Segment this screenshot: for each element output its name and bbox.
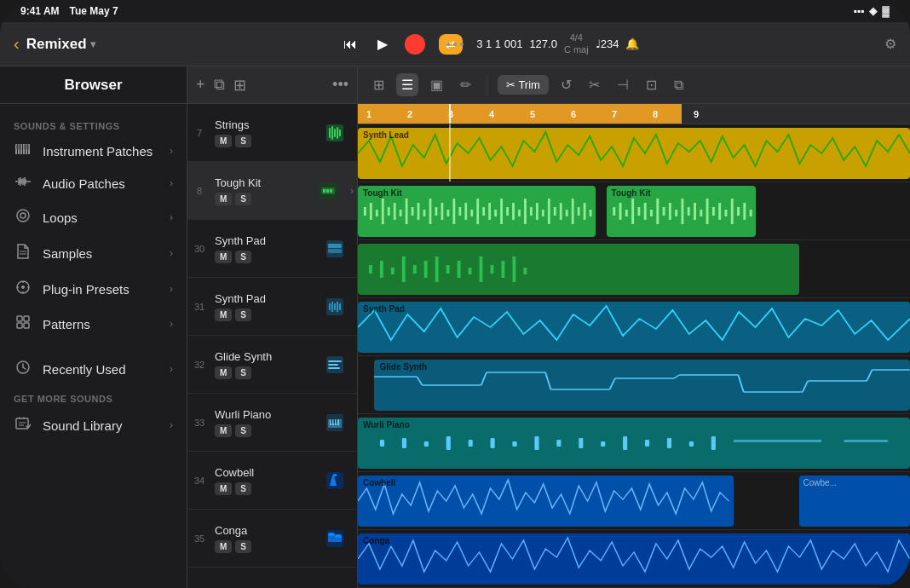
svg-rect-188 (689, 441, 694, 447)
sidebar-item-recently-used[interactable]: Recently Used › (0, 351, 187, 387)
sidebar-item-audio-patches[interactable]: Audio Patches › (0, 167, 187, 199)
mute-button[interactable]: M (215, 135, 232, 147)
sidebar-item-patterns[interactable]: Patterns › (0, 307, 187, 341)
track-row[interactable]: 34 Cowbell M S (187, 452, 357, 510)
rewind-button[interactable]: ⏮ (340, 33, 360, 55)
solo-button[interactable]: S (235, 540, 251, 553)
sidebar-item-samples[interactable]: Samples › (0, 235, 187, 271)
solo-button[interactable]: S (235, 424, 251, 437)
group-button[interactable]: ⊡ (641, 73, 662, 96)
svg-rect-190 (734, 440, 822, 442)
track-row[interactable]: 33 Wurli Piano M S (187, 394, 357, 452)
svg-rect-118 (590, 210, 592, 216)
trim-button[interactable]: ✂ Trim (498, 75, 549, 95)
solo-button[interactable]: S (235, 193, 251, 205)
track-icon (320, 523, 350, 554)
mute-button[interactable]: M (215, 482, 232, 495)
status-bar: 9:41 AM Tue May 7 ▪▪▪ ◈ ▓ (0, 0, 910, 22)
svg-line-172 (803, 381, 808, 392)
svg-rect-43 (334, 129, 336, 137)
mute-button[interactable]: M (215, 540, 232, 553)
audio-patches-chevron: › (170, 177, 173, 189)
more-options-button[interactable]: ••• (331, 74, 350, 95)
loops-label: Loops (43, 210, 159, 225)
sidebar-item-instrument-patches[interactable]: Instrument Patches › (0, 135, 187, 167)
bpm-display: 127.0 (529, 37, 557, 50)
mute-button[interactable]: M (215, 366, 232, 379)
svg-rect-181 (534, 436, 539, 450)
ruler-mark-4: 4 (489, 109, 494, 119)
edit-button[interactable]: ✏ (455, 73, 476, 96)
get-more-sounds-label: GET MORE SOUNDS (0, 387, 187, 407)
play-button[interactable]: ▶ (374, 32, 391, 55)
track-row[interactable]: 35 Conga M S (187, 510, 357, 568)
track-row[interactable]: 8 Tough Kit M S (187, 162, 357, 220)
clip-synth-pad-31[interactable]: Synth Pad (358, 302, 910, 353)
timeline-track-glide-synth[interactable]: Glide Synth (358, 356, 910, 414)
svg-rect-127 (662, 207, 665, 216)
svg-rect-71 (334, 419, 336, 424)
track-row[interactable]: 32 Glide Synth M S (187, 336, 357, 394)
mute-button[interactable]: M (215, 193, 232, 205)
add-region-button[interactable]: ⊞ (232, 74, 248, 96)
track-row[interactable]: 31 Synth Pad M S (187, 278, 357, 336)
add-track-button[interactable]: + (194, 74, 207, 95)
track-info: Cowbell M S (211, 466, 320, 495)
clip-cowbell-1[interactable]: Cowbell (358, 476, 734, 527)
clip-glide-synth[interactable]: Glide Synth (374, 360, 910, 411)
split-region-button[interactable]: ⊣ (612, 73, 634, 96)
trim-label: ✂ Trim (506, 78, 540, 91)
clip-synth-pad-30[interactable] (358, 244, 799, 295)
svg-rect-179 (491, 438, 495, 448)
solo-button[interactable]: S (235, 251, 251, 263)
sidebar-item-plugin-presets[interactable]: Plug-in Presets › (0, 271, 187, 307)
track-row[interactable]: 30 Synth Pad M S (187, 220, 357, 278)
svg-rect-115 (572, 199, 574, 224)
clip-tough-kit-2[interactable]: Tough Kit (607, 186, 756, 237)
clip-wurli[interactable]: Wurli Piano (358, 418, 910, 469)
sidebar-item-loops[interactable]: Loops › (0, 199, 187, 235)
metronome-icon[interactable]: 🔔 (625, 37, 639, 50)
grid-view-button[interactable]: ⊞ (368, 73, 389, 96)
nav-right: ⚙ (884, 36, 896, 52)
solo-button[interactable]: S (235, 135, 251, 147)
clip-cowbell-2[interactable]: Cowbe... (799, 476, 910, 527)
record-button[interactable] (405, 34, 425, 55)
device-frame: 9:41 AM Tue May 7 ▪▪▪ ◈ ▓ ‹ Remixed ▾ (0, 0, 910, 588)
project-name[interactable]: Remixed ▾ (26, 36, 95, 53)
clip-conga[interactable]: Conga (358, 533, 910, 585)
copy-button[interactable]: ⧉ (669, 74, 688, 96)
split-button[interactable]: ✂ (584, 73, 605, 96)
timeline-track-conga[interactable]: Conga (358, 530, 910, 588)
settings-icon[interactable]: ⚙ (884, 36, 896, 52)
timeline-track-synth-pad-31[interactable]: Synth Pad (358, 298, 910, 356)
clip-tough-kit-1[interactable]: Tough Kit (358, 186, 596, 237)
window-view-button[interactable]: ▣ (425, 73, 448, 96)
track-name: Wurli Piano (215, 408, 316, 421)
samples-icon (14, 244, 32, 262)
mute-button[interactable]: M (215, 308, 232, 321)
plugin-presets-label: Plug-in Presets (43, 282, 159, 297)
mute-button[interactable]: M (215, 424, 232, 437)
timeline-track-wurli[interactable]: Wurli Piano (358, 414, 910, 472)
ruler-mark-2: 2 (407, 109, 412, 119)
mute-button[interactable]: M (215, 251, 232, 263)
clip-synth-lead[interactable]: Synth Lead (358, 128, 910, 179)
duplicate-track-button[interactable]: ⧉ (212, 74, 227, 95)
solo-button[interactable]: S (235, 308, 251, 321)
timeline-track-tough-kit[interactable]: Tough Kit (358, 182, 910, 240)
timeline-track-synth-lead[interactable]: Synth Lead (358, 124, 910, 182)
list-view-button[interactable]: ☰ (396, 73, 418, 96)
timeline-track-synth-pad-30[interactable] (358, 240, 910, 298)
browser-content[interactable]: SOUNDS & SETTINGS (0, 104, 187, 588)
sidebar-item-sound-library[interactable]: Sound Library › (0, 407, 187, 443)
back-button[interactable]: ‹ (14, 34, 20, 54)
sound-library-chevron: › (170, 419, 173, 431)
loop-toolbar-button[interactable]: ↺ (556, 73, 577, 96)
track-row[interactable]: 7 Strings M S (187, 104, 357, 162)
timeline-tracks: Synth Lead Tough Kit (358, 124, 910, 588)
track-expand-chevron[interactable]: › (350, 185, 354, 197)
timeline-track-cowbell[interactable]: Cowbell Cowbe... (358, 472, 910, 530)
solo-button[interactable]: S (235, 482, 251, 495)
solo-button[interactable]: S (235, 366, 251, 379)
